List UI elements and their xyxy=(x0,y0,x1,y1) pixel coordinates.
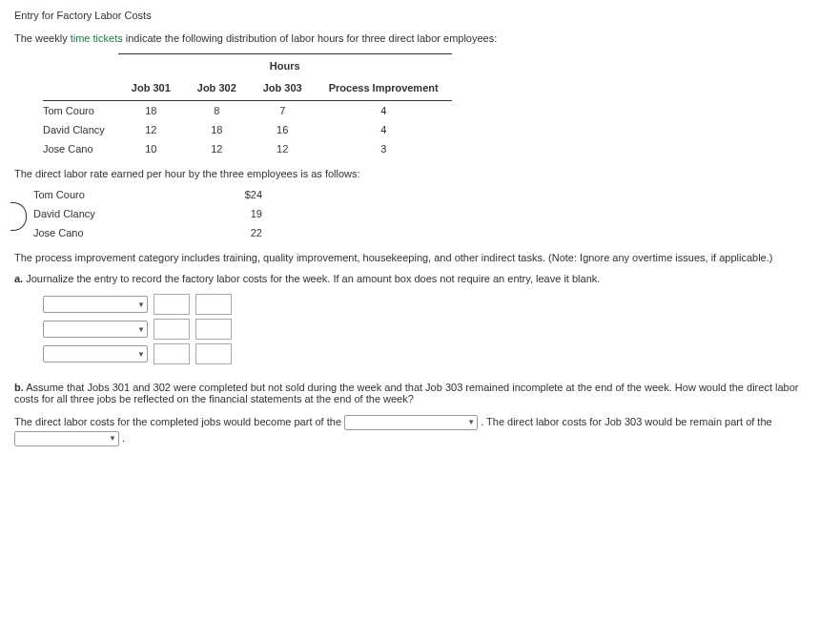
table-row: David Clancy 12 18 16 4 xyxy=(43,120,452,139)
journal-row: ▼ xyxy=(43,343,826,364)
credit-amount-input[interactable] xyxy=(195,294,232,315)
chevron-down-icon: ▼ xyxy=(109,433,116,445)
answer-select-2[interactable]: ▼ xyxy=(14,431,119,446)
intro-text: The weekly time tickets indicate the fol… xyxy=(14,32,826,44)
question-b-label: b. xyxy=(14,382,24,393)
b-text-2: . The direct labor costs for Job 303 wou… xyxy=(478,416,772,427)
col-process: Process Improvement xyxy=(316,77,452,101)
cell-value: 10 xyxy=(118,139,184,158)
cell-value: 12 xyxy=(250,139,316,158)
b-text-1: The direct labor costs for the completed… xyxy=(14,416,344,427)
chevron-down-icon: ▼ xyxy=(137,350,145,359)
table-row: David Clancy 19 xyxy=(24,204,272,223)
chevron-down-icon: ▼ xyxy=(137,325,145,334)
debit-amount-input[interactable] xyxy=(154,319,190,340)
cell-value: 7 xyxy=(250,101,316,121)
journal-row: ▼ xyxy=(43,319,826,340)
time-tickets-link[interactable]: time tickets xyxy=(71,32,123,44)
cell-value: 18 xyxy=(118,101,184,121)
credit-amount-input[interactable] xyxy=(195,343,232,364)
hours-table: Hours Job 301 Job 302 Job 303 Process Im… xyxy=(43,53,452,158)
rate-table: Tom Couro $24 David Clancy 19 Jose Cano … xyxy=(24,185,272,242)
table-row: Tom Couro $24 xyxy=(24,185,272,204)
question-a-label: a. xyxy=(14,273,23,284)
rate-name: Jose Cano xyxy=(24,223,195,242)
col-job302: Job 302 xyxy=(184,77,250,101)
employee-name: Tom Couro xyxy=(43,101,118,121)
cell-value: 8 xyxy=(184,101,250,121)
chevron-down-icon: ▼ xyxy=(467,417,475,428)
cell-value: 4 xyxy=(316,101,452,121)
credit-amount-input[interactable] xyxy=(195,319,232,340)
cell-value: 16 xyxy=(250,120,316,139)
account-select[interactable]: ▼ xyxy=(43,345,148,362)
rate-name: Tom Couro xyxy=(24,185,195,204)
intro-text-part2: indicate the following distribution of l… xyxy=(123,32,498,44)
rate-value: $24 xyxy=(195,185,272,204)
cell-value: 12 xyxy=(184,139,250,158)
table-row: Jose Cano 10 12 12 3 xyxy=(43,139,452,158)
intro-text-part1: The weekly xyxy=(14,32,71,44)
cell-value: 4 xyxy=(316,120,452,139)
note-text: The process improvement category include… xyxy=(14,252,826,263)
rate-name: David Clancy xyxy=(24,204,195,223)
b-text-3: . xyxy=(119,432,125,444)
account-select[interactable]: ▼ xyxy=(43,321,148,338)
table-row: Tom Couro 18 8 7 4 xyxy=(43,101,452,121)
table-row: Jose Cano 22 xyxy=(24,223,272,242)
journal-entry-area: ▼ ▼ ▼ xyxy=(43,294,826,364)
rate-value: 22 xyxy=(195,223,272,242)
account-select[interactable]: ▼ xyxy=(43,296,148,313)
question-b-text: Assume that Jobs 301 and 302 were comple… xyxy=(14,382,798,404)
journal-row: ▼ xyxy=(43,294,826,315)
employee-name: David Clancy xyxy=(43,120,118,139)
col-job301: Job 301 xyxy=(118,77,184,101)
answer-select-1[interactable]: ▼ xyxy=(344,415,478,430)
rate-value: 19 xyxy=(195,204,272,223)
employee-name: Jose Cano xyxy=(43,139,118,158)
hours-group-header: Hours xyxy=(118,54,452,78)
question-b: b. Assume that Jobs 301 and 302 were com… xyxy=(14,382,826,404)
part-b-answer-line: The direct labor costs for the completed… xyxy=(14,414,826,446)
question-a-text: Journalize the entry to record the facto… xyxy=(23,273,600,284)
cell-value: 12 xyxy=(118,120,184,139)
page-title: Entry for Factory Labor Costs xyxy=(14,10,826,21)
cell-value: 18 xyxy=(184,120,250,139)
chevron-down-icon: ▼ xyxy=(137,300,145,309)
rate-intro: The direct labor rate earned per hour by… xyxy=(14,168,826,179)
question-a: a. Journalize the entry to record the fa… xyxy=(14,273,826,284)
debit-amount-input[interactable] xyxy=(154,294,190,315)
col-job303: Job 303 xyxy=(250,77,316,101)
cell-value: 3 xyxy=(316,139,452,158)
debit-amount-input[interactable] xyxy=(154,343,190,364)
